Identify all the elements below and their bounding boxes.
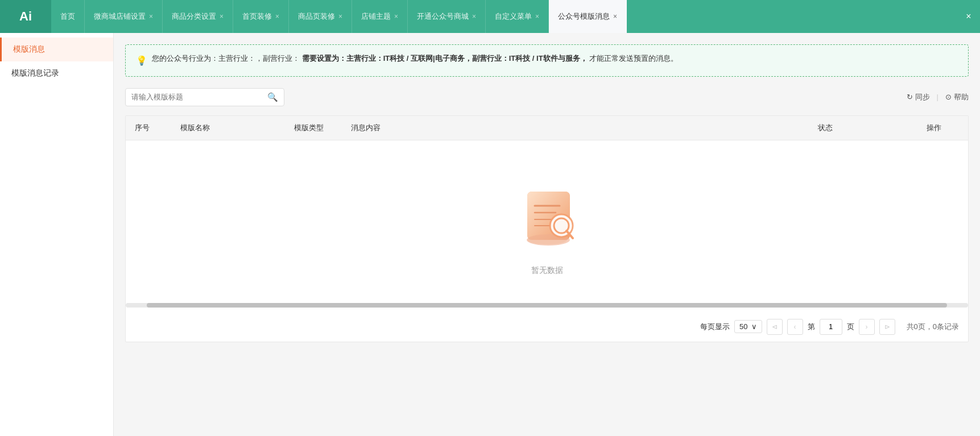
tab-close-1[interactable]: ×	[149, 13, 153, 20]
sidebar: 模版消息模版消息记录	[0, 33, 114, 436]
chevron-down-icon: ∨	[751, 322, 757, 331]
help-icon: ⊙	[945, 93, 952, 101]
alert-icon: 💡	[136, 53, 147, 68]
nav-tab-0[interactable]: 首页	[51, 0, 85, 33]
nav-tab-7[interactable]: 自定义菜单×	[486, 0, 549, 33]
tab-close-4[interactable]: ×	[338, 13, 342, 20]
table-header: 序号 模版名称 模版类型 消息内容 状态 操作	[126, 116, 968, 140]
alert-text: 您的公众号行业为：主营行业：，副营行业： 需要设置为：主营行业：IT科技 / 互…	[152, 53, 678, 65]
nav-tabs: 首页微商城店铺设置×商品分类设置×首页装修×商品页装修×店铺主题×开通公众号商城…	[51, 0, 957, 33]
empty-icon	[507, 175, 587, 254]
toolbar-right: ↻ 同步 | ⊙ 帮助	[907, 92, 969, 102]
search-input[interactable]	[131, 93, 263, 101]
nav-tab-4[interactable]: 商品页装修×	[289, 0, 352, 33]
per-page-label: 每页显示	[700, 322, 730, 332]
scrollbar-thumb[interactable]	[147, 303, 947, 308]
tab-close-6[interactable]: ×	[472, 13, 476, 20]
divider: |	[937, 93, 938, 101]
next-page-button[interactable]: ›	[859, 319, 875, 335]
main-layout: 模版消息模版消息记录 💡 您的公众号行业为：主营行业：，副营行业： 需要设置为：…	[0, 33, 980, 436]
first-page-button[interactable]: ⊲	[767, 319, 783, 335]
table-container: 序号 模版名称 模版类型 消息内容 状态 操作	[125, 115, 969, 342]
content-area: 💡 您的公众号行业为：主营行业：，副营行业： 需要设置为：主营行业：IT科技 /…	[114, 33, 980, 436]
prev-page-button[interactable]: ‹	[787, 319, 803, 335]
nav-tab-2[interactable]: 商品分类设置×	[163, 0, 233, 33]
page-label: 第	[808, 322, 815, 332]
sidebar-item-0[interactable]: 模版消息	[0, 38, 113, 61]
per-page-select[interactable]: 50 ∨	[734, 320, 762, 333]
search-input-wrapper[interactable]: 🔍	[125, 88, 284, 106]
page-unit: 页	[847, 322, 854, 332]
empty-text: 暂无数据	[531, 265, 563, 276]
page-number-input[interactable]	[820, 319, 842, 335]
tab-close-5[interactable]: ×	[394, 13, 398, 20]
app-logo: Ai	[0, 0, 51, 33]
help-button[interactable]: ⊙ 帮助	[945, 92, 969, 102]
nav-tab-8[interactable]: 公众号模版消息×	[549, 0, 627, 33]
col-type: 模版类型	[285, 116, 342, 140]
empty-state: 暂无数据	[126, 140, 968, 298]
sync-button[interactable]: ↻ 同步	[907, 92, 930, 102]
col-content: 消息内容	[342, 116, 809, 140]
scrollbar-track[interactable]	[126, 303, 968, 308]
tab-close-2[interactable]: ×	[220, 13, 224, 20]
sidebar-item-1[interactable]: 模版消息记录	[0, 61, 113, 85]
search-icon[interactable]: 🔍	[267, 92, 278, 102]
search-bar: 🔍 ↻ 同步 | ⊙ 帮助	[125, 88, 969, 106]
nav-tab-6[interactable]: 开通公众号商城×	[408, 0, 486, 33]
col-name: 模版名称	[171, 116, 285, 140]
sync-icon: ↻	[907, 93, 913, 101]
tab-close-7[interactable]: ×	[535, 13, 539, 20]
total-info: 共0页，0条记录	[907, 322, 959, 332]
nav-tab-1[interactable]: 微商城店铺设置×	[85, 0, 163, 33]
nav-tab-5[interactable]: 店铺主题×	[352, 0, 408, 33]
tab-close-3[interactable]: ×	[275, 13, 279, 20]
top-nav: Ai 首页微商城店铺设置×商品分类设置×首页装修×商品页装修×店铺主题×开通公众…	[0, 0, 980, 33]
alert-box: 💡 您的公众号行业为：主营行业：，副营行业： 需要设置为：主营行业：IT科技 /…	[125, 44, 969, 77]
pagination: 每页显示 50 ∨ ⊲ ‹ 第 页 › ⊳ 共0页，0条记录	[126, 312, 968, 342]
col-seq: 序号	[126, 116, 171, 140]
col-action: 操作	[900, 116, 968, 140]
nav-tab-3[interactable]: 首页装修×	[233, 0, 289, 33]
tab-close-8[interactable]: ×	[613, 13, 617, 20]
last-page-button[interactable]: ⊳	[879, 319, 895, 335]
close-all-button[interactable]: ×	[957, 0, 980, 33]
col-status: 状态	[809, 116, 900, 140]
